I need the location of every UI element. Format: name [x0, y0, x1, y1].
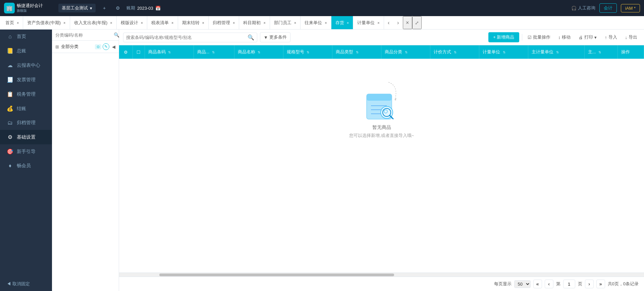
- tab-income-close[interactable]: ×: [110, 21, 112, 25]
- first-page-button[interactable]: «: [533, 280, 542, 288]
- invoice-icon: 🧾: [7, 77, 13, 83]
- category-tag: ⊙: [95, 44, 101, 49]
- dropdown-icon: ▾: [90, 6, 92, 11]
- col-price-method[interactable]: 计价方式 ⇅: [430, 45, 479, 59]
- tab-income[interactable]: 收入支出表(年报) ×: [70, 16, 117, 29]
- tab-expand-button[interactable]: ⤢: [412, 16, 422, 29]
- tab-close-all-button[interactable]: ×: [403, 16, 412, 29]
- tab-subject[interactable]: 科目期初 ×: [239, 16, 270, 29]
- col-spec[interactable]: 规格型号 ⇅: [283, 45, 332, 59]
- move-icon: ↕: [558, 35, 561, 40]
- horizontal-scrollbar[interactable]: [119, 273, 644, 277]
- tab-unit[interactable]: 计量单位 ×: [353, 16, 384, 29]
- calendar-icon[interactable]: 📅: [155, 6, 161, 11]
- sidebar-invoice-label: 发票管理: [17, 77, 36, 83]
- settings-button[interactable]: ⚙: [113, 0, 122, 16]
- tab-balance-close[interactable]: ×: [63, 21, 65, 25]
- sort-spec-icon[interactable]: ⇅: [307, 50, 309, 54]
- tab-subject-close[interactable]: ×: [263, 21, 265, 25]
- col-code[interactable]: 商品... ⇅: [194, 45, 234, 59]
- import-button[interactable]: ↑ 导入: [602, 33, 620, 42]
- human-service-button[interactable]: 🎧 人工咨询: [571, 5, 595, 11]
- tab-tax[interactable]: 税表清单 ×: [147, 16, 178, 29]
- col-category[interactable]: 商品分类 ⇅: [381, 45, 430, 59]
- col-name[interactable]: 商品名称 ⇅: [234, 45, 283, 59]
- tab-template[interactable]: 模版设计 ×: [117, 16, 147, 29]
- sort-barcode-icon[interactable]: ⇅: [168, 50, 171, 54]
- next-page-button[interactable]: ›: [585, 280, 594, 288]
- sort-code-icon[interactable]: ⇅: [212, 50, 215, 54]
- tab-income-label: 收入支出表(年报): [74, 20, 108, 26]
- sidebar-item-basic[interactable]: ⚙ 基础设置: [0, 130, 52, 144]
- prev-page-button[interactable]: ‹: [545, 280, 553, 288]
- col-barcode[interactable]: 商品条码 ⇅: [145, 45, 194, 59]
- sort-type-icon[interactable]: ⇅: [356, 50, 359, 54]
- tab-inventory-close[interactable]: ×: [347, 21, 349, 25]
- tab-tax-close[interactable]: ×: [171, 21, 173, 25]
- sidebar-item-member[interactable]: ♦ 畅会员: [0, 159, 52, 173]
- sidebar-item-archive[interactable]: 🗂 归档管理: [0, 116, 52, 130]
- tab-period-close-x[interactable]: ×: [202, 21, 204, 25]
- tab-template-close[interactable]: ×: [141, 21, 143, 25]
- col-main2[interactable]: 主... ⇅: [584, 45, 618, 59]
- tax-icon: 📋: [7, 91, 13, 97]
- tab-balance[interactable]: 资产负债表(中期) ×: [23, 16, 70, 29]
- tab-customer[interactable]: 往来单位 ×: [301, 16, 331, 29]
- page-input[interactable]: [563, 280, 575, 288]
- category-panel: 🔍 ⊞ 全部分类 ⊙ ✎ ◀: [52, 30, 119, 291]
- iam-button[interactable]: iAM *: [621, 4, 640, 12]
- col-main-unit[interactable]: 主计量单位 ⇅: [528, 45, 585, 59]
- kuaiji-button[interactable]: 会计: [599, 3, 617, 13]
- sort-category-icon[interactable]: ⇅: [405, 50, 408, 54]
- col-type[interactable]: 商品类型 ⇅: [332, 45, 381, 59]
- sidebar-item-ledger[interactable]: 📒 总账: [0, 44, 52, 58]
- product-search-input[interactable]: [126, 35, 246, 40]
- category-search-icon[interactable]: 🔍: [114, 32, 119, 38]
- move-label: 移动: [562, 34, 571, 40]
- export-button[interactable]: ↓ 导出: [623, 33, 640, 42]
- category-edit-button[interactable]: ✎: [103, 43, 109, 50]
- tab-inventory[interactable]: 存货 ×: [331, 16, 353, 29]
- tab-archive[interactable]: 归档管理 ×: [209, 16, 239, 29]
- sidebar-item-tax[interactable]: 📋 税务管理: [0, 87, 52, 101]
- last-page-button[interactable]: »: [596, 280, 605, 288]
- product-search-icon[interactable]: 🔍: [248, 34, 254, 41]
- sidebar-item-reports[interactable]: ☁ 云报表中心: [0, 58, 52, 72]
- move-button[interactable]: ↕ 移动: [556, 33, 574, 42]
- sort-main2-icon[interactable]: ⇅: [598, 50, 601, 54]
- tab-home-close[interactable]: ×: [17, 21, 19, 25]
- company-selector[interactable]: 基层工会测试 ▾: [58, 4, 96, 12]
- sidebar-item-guide[interactable]: 🎯 新手引导: [0, 144, 52, 159]
- sort-main-unit-icon[interactable]: ⇅: [556, 50, 559, 54]
- sort-price-method-icon[interactable]: ⇅: [454, 50, 457, 54]
- tab-home[interactable]: 首页 ×: [1, 16, 23, 29]
- batch-button[interactable]: ☑ 批量操作: [525, 33, 553, 42]
- tab-next-button[interactable]: ›: [393, 16, 403, 29]
- tab-unit-close[interactable]: ×: [377, 21, 379, 25]
- sidebar-collapse-button[interactable]: ◀ 取消固定: [0, 277, 52, 291]
- col-gear[interactable]: ⚙: [119, 45, 132, 59]
- sort-name-icon[interactable]: ⇅: [258, 50, 260, 54]
- page-size-select[interactable]: 50: [514, 280, 531, 288]
- sidebar-item-invoice[interactable]: 🧾 发票管理: [0, 72, 52, 87]
- scroll-thumb[interactable]: [159, 274, 394, 276]
- tab-period-close[interactable]: 期末结转 ×: [178, 16, 209, 29]
- col-unit[interactable]: 计量单位 ⇅: [479, 45, 528, 59]
- print-button[interactable]: 🖨 打印 ▾: [576, 33, 599, 42]
- add-product-button[interactable]: + 新增商品: [488, 32, 519, 42]
- sort-unit-icon[interactable]: ⇅: [503, 50, 505, 54]
- tab-customer-close[interactable]: ×: [325, 21, 327, 25]
- sidebar-item-settle[interactable]: 💰 结账: [0, 101, 52, 116]
- last-page-icon: »: [599, 281, 602, 287]
- add-tab-button[interactable]: +: [100, 0, 109, 16]
- tab-archive-close[interactable]: ×: [233, 21, 235, 25]
- toolbar: 🔍 ▼ 更多条件 + 新增商品 ☑ 批量操作 ↕: [119, 30, 644, 45]
- col-check[interactable]: ☐: [132, 45, 145, 59]
- category-collapse-button[interactable]: ◀: [112, 44, 115, 49]
- filter-button[interactable]: ▼ 更多条件: [260, 32, 290, 42]
- tab-dept-close[interactable]: ×: [294, 21, 296, 25]
- tab-dept[interactable]: 部门员工 ×: [270, 16, 301, 29]
- tab-prev-button[interactable]: ‹: [384, 16, 393, 29]
- sidebar-item-home[interactable]: ⌂ 首页: [0, 30, 52, 44]
- category-search-input[interactable]: [55, 33, 112, 38]
